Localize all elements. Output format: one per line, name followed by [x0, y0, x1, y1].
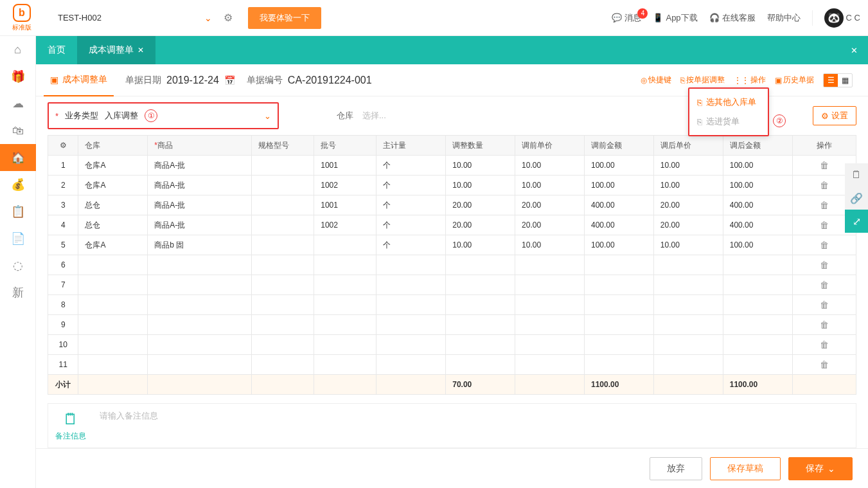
cell-amount-before[interactable]: 400.00 [584, 215, 653, 235]
cell-qty[interactable]: 10.00 [446, 235, 515, 255]
cell-warehouse[interactable] [78, 355, 148, 375]
cell-unit[interactable] [376, 355, 446, 375]
table-row[interactable]: 7🗑 [48, 275, 856, 295]
cell-amount-after[interactable] [723, 355, 792, 375]
cell-amount-before[interactable]: 100.00 [584, 176, 653, 195]
cell-amount-after[interactable] [723, 275, 792, 295]
cell-unit[interactable]: 个 [376, 195, 446, 215]
table-row[interactable]: 6🗑 [48, 255, 856, 275]
nav-cloud-icon[interactable]: ☁ [0, 90, 36, 117]
cell-spec[interactable] [252, 335, 314, 355]
table-row[interactable]: 5仓库A商品b 固个10.0010.00100.0010.00100.00🗑 [48, 235, 856, 255]
cell-qty[interactable] [446, 255, 515, 275]
delete-row-icon[interactable]: 🗑 [820, 320, 829, 330]
cell-qty[interactable] [446, 295, 515, 315]
table-row[interactable]: 3总仓商品A-批1001个20.0020.00400.0020.00400.00… [48, 195, 856, 215]
cell-spec[interactable] [252, 215, 314, 235]
help-link[interactable]: 帮助中心 [767, 12, 801, 24]
service-link[interactable]: 🎧 在线客服 [709, 12, 756, 24]
cell-price-after[interactable] [653, 275, 723, 295]
cell-product[interactable]: 商品A-批 [148, 195, 252, 215]
user-menu[interactable]: 🐼 C C [824, 8, 860, 28]
cell-amount-before[interactable] [584, 355, 653, 375]
delete-row-icon[interactable]: 🗑 [820, 260, 829, 270]
select-other-inbound[interactable]: ⎘ 选其他入库单 [689, 93, 768, 112]
cell-warehouse[interactable]: 仓库A [78, 176, 148, 195]
cell-price-before[interactable]: 10.00 [515, 235, 585, 255]
hdr-amount-after[interactable]: 调后金额 [723, 136, 792, 156]
nav-home-icon[interactable]: ⌂ [0, 36, 36, 63]
date-value[interactable]: 2019-12-24 [166, 75, 219, 86]
cell-spec[interactable] [252, 255, 314, 275]
remark-input[interactable] [93, 404, 856, 447]
cell-qty[interactable]: 10.00 [446, 156, 515, 176]
cell-spec[interactable] [252, 156, 314, 176]
cell-product[interactable]: 商品A-批 [148, 156, 252, 176]
cell-qty[interactable] [446, 335, 515, 355]
table-row[interactable]: 4总仓商品A-批1002个20.0020.00400.0020.00400.00… [48, 215, 856, 235]
cell-amount-before[interactable] [584, 315, 653, 335]
cell-amount-after[interactable]: 400.00 [723, 215, 792, 235]
delete-row-icon[interactable]: 🗑 [820, 220, 829, 230]
cell-product[interactable] [148, 295, 252, 315]
table-row[interactable]: 2仓库A商品A-批1002个10.0010.00100.0010.00100.0… [48, 176, 856, 195]
save-button[interactable]: 保存 ⌄ [788, 457, 853, 480]
cell-unit[interactable]: 个 [376, 215, 446, 235]
cell-product[interactable] [148, 355, 252, 375]
cell-amount-after[interactable]: 400.00 [723, 195, 792, 215]
cell-batch[interactable] [314, 255, 376, 275]
cell-amount-before[interactable]: 100.00 [584, 156, 653, 176]
cell-amount-before[interactable] [584, 255, 653, 275]
cell-product[interactable]: 商品A-批 [148, 215, 252, 235]
cell-price-before[interactable] [515, 315, 585, 335]
cell-price-before[interactable]: 10.00 [515, 156, 585, 176]
cell-batch[interactable] [314, 295, 376, 315]
cell-qty[interactable] [446, 275, 515, 295]
hdr-batch[interactable]: 批号 [314, 136, 376, 156]
cell-batch[interactable] [314, 315, 376, 335]
nav-loading-icon[interactable]: ◌ [0, 252, 36, 279]
cell-warehouse[interactable]: 仓库A [78, 235, 148, 255]
cell-product[interactable] [148, 315, 252, 335]
cell-amount-after[interactable] [723, 295, 792, 315]
nav-doc-icon[interactable]: 📄 [0, 225, 36, 252]
table-row[interactable]: 8🗑 [48, 295, 856, 315]
tab-cost-adjust[interactable]: 成本调整单 ✕ [77, 36, 155, 64]
cell-warehouse[interactable] [78, 295, 148, 315]
cell-amount-before[interactable] [584, 275, 653, 295]
cell-price-before[interactable]: 20.00 [515, 215, 585, 235]
cell-batch[interactable] [314, 335, 376, 355]
cell-batch[interactable] [314, 355, 376, 375]
calendar-icon[interactable]: 📅 [224, 75, 235, 86]
cell-unit[interactable] [376, 335, 446, 355]
tab-home[interactable]: 首页 [36, 36, 77, 64]
close-icon[interactable]: ✕ [137, 46, 144, 55]
discard-button[interactable]: 放弃 [650, 457, 702, 480]
cell-unit[interactable] [376, 275, 446, 295]
delete-row-icon[interactable]: 🗑 [820, 359, 829, 370]
nav-new-icon[interactable]: 新 [0, 279, 36, 306]
operation-link[interactable]: ⋮⋮ 操作 [734, 75, 766, 86]
business-type-field[interactable]: * 业务类型 入库调整 ① ⌄ [48, 102, 279, 129]
cell-amount-after[interactable]: 100.00 [723, 156, 792, 176]
cell-spec[interactable] [252, 275, 314, 295]
cell-product[interactable]: 商品A-批 [148, 176, 252, 195]
cell-price-before[interactable] [515, 255, 585, 275]
table-row[interactable]: 9🗑 [48, 315, 856, 335]
cell-amount-before[interactable]: 100.00 [584, 235, 653, 255]
nav-gift-icon[interactable]: 🎁 [0, 63, 36, 90]
cell-product[interactable] [148, 255, 252, 275]
cell-amount-after[interactable] [723, 255, 792, 275]
cell-product[interactable]: 商品b 固 [148, 235, 252, 255]
dock-note-icon[interactable]: 🗒 [845, 163, 868, 186]
shortcut-link[interactable]: ◎ 快捷键 [641, 75, 671, 86]
cell-batch[interactable] [314, 275, 376, 295]
cell-unit[interactable]: 个 [376, 156, 446, 176]
cell-spec[interactable] [252, 355, 314, 375]
cell-qty[interactable] [446, 315, 515, 335]
logo[interactable]: b 标准版 [8, 4, 36, 32]
delete-row-icon[interactable]: 🗑 [820, 339, 829, 350]
cell-price-after[interactable] [653, 295, 723, 315]
hdr-price-after[interactable]: 调后单价 [653, 136, 723, 156]
cell-warehouse[interactable] [78, 275, 148, 295]
